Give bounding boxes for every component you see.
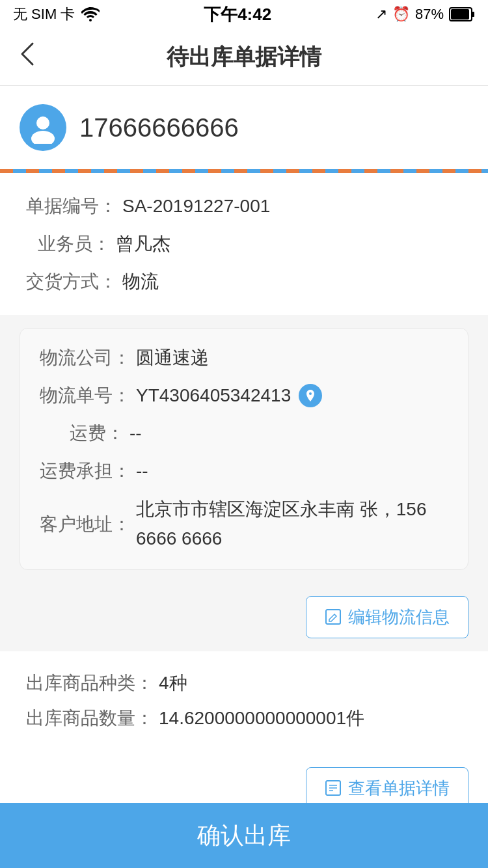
carrier-text: 无 SIM 卡 [13, 5, 75, 24]
back-button[interactable] [20, 41, 35, 73]
delivery-value: 物流 [122, 268, 462, 295]
salesman-label: 业务员： [26, 230, 111, 258]
address-row: 客户地址： 北京市市辖区海淀区永丰南 张，156 6666 6666 [40, 495, 448, 554]
alarm-icon-status: ⏰ [392, 6, 410, 23]
svg-rect-2 [451, 9, 469, 20]
user-phone: 17666666666 [79, 113, 239, 142]
page-title: 待出库单据详情 [167, 42, 321, 72]
freight-value: -- [129, 420, 448, 447]
freight-row: 运费： -- [40, 420, 448, 447]
logistics-tracking-row: 物流单号： YT43064053424​13 [40, 382, 448, 409]
wifi-icon [81, 7, 100, 21]
svg-point-3 [36, 116, 49, 129]
status-bar: 无 SIM 卡 下午4:42 ↗ ⏰ 87% [0, 0, 488, 29]
section-divider-1 [0, 638, 488, 651]
goods-section: 出库商品种类： 4种 出库商品数量： 14.620000000000​0001件 [0, 651, 488, 754]
location-icon-status: ↗ [375, 6, 387, 23]
content-area: 17666666666 单据编号： SA-20191227-001 业务员： 曾… [0, 86, 488, 868]
status-bar-right: ↗ ⏰ 87% [375, 6, 475, 23]
delivery-label: 交货方式： [26, 268, 117, 295]
goods-quantity-row: 出库商品数量： 14.620000000000​0001件 [26, 706, 462, 731]
svg-rect-5 [326, 610, 340, 624]
address-value: 北京市市辖区海淀区永丰南 张，156 6666 6666 [136, 495, 448, 554]
salesman-row: 业务员： 曾凡杰 [26, 230, 462, 258]
salesman-value: 曾凡杰 [116, 230, 462, 258]
delivery-row: 交货方式： 物流 [26, 268, 462, 295]
goods-types-label: 出库商品种类： [26, 671, 154, 696]
view-btn-row: 查看单据详情 [0, 754, 488, 809]
edit-logistics-button[interactable]: 编辑物流信息 [306, 596, 468, 638]
freight-bearer-value: -- [136, 457, 448, 485]
order-no-label: 单据编号： [26, 193, 117, 220]
freight-bearer-label: 运费承担： [40, 457, 131, 485]
order-no-value: SA-20191227-001 [122, 193, 462, 220]
user-section: 17666666666 [0, 86, 488, 169]
status-bar-left: 无 SIM 卡 [13, 5, 100, 24]
freight-bearer-row: 运费承担： -- [40, 457, 448, 485]
logistics-company-label: 物流公司： [40, 344, 131, 372]
edit-icon [325, 608, 342, 625]
goods-types-value: 4种 [159, 671, 187, 696]
order-no-row: 单据编号： SA-20191227-001 [26, 193, 462, 220]
confirm-button[interactable]: 确认出库 [0, 803, 488, 868]
edit-btn-row: 编辑物流信息 [0, 583, 488, 638]
status-bar-time: 下午4:42 [204, 3, 271, 26]
goods-quantity-label: 出库商品数量： [26, 706, 154, 731]
freight-label: 运费： [40, 420, 124, 447]
logistics-card: 物流公司： 圆通速递 物流单号： YT43064053424​13 运费： --… [20, 328, 468, 570]
nav-bar: 待出库单据详情 [0, 29, 488, 86]
order-info-section: 单据编号： SA-20191227-001 业务员： 曾凡杰 交货方式： 物流 [0, 173, 488, 315]
svg-rect-1 [472, 12, 474, 17]
address-label: 客户地址： [40, 511, 131, 538]
battery-icon [449, 7, 475, 21]
goods-quantity-value: 14.620000000000​0001件 [159, 706, 364, 731]
logistics-tracking-label: 物流单号： [40, 382, 131, 409]
goods-types-row: 出库商品种类： 4种 [26, 671, 462, 696]
document-icon [325, 780, 342, 796]
battery-text: 87% [415, 6, 444, 23]
avatar [20, 104, 66, 151]
logistics-company-value: 圆通速递 [136, 344, 448, 372]
map-pin-icon[interactable] [299, 384, 322, 407]
logistics-company-row: 物流公司： 圆通速递 [40, 344, 448, 372]
svg-point-4 [31, 131, 55, 144]
logistics-tracking-value: YT43064053424​13 [136, 382, 448, 409]
